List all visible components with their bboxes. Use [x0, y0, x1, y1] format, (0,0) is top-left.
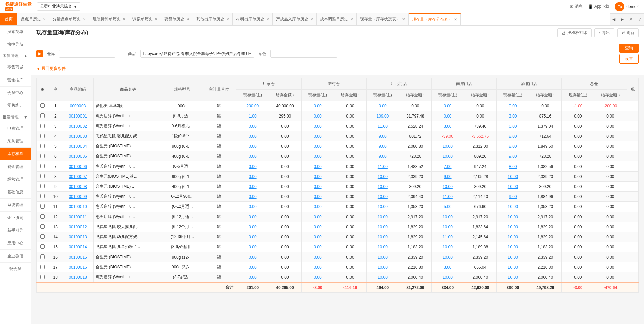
color-input[interactable]: [270, 50, 337, 58]
goods-input[interactable]: [140, 50, 254, 58]
row-unit: 罐: [202, 121, 236, 131]
row-checkbox-cell[interactable]: [37, 111, 49, 121]
row-checkbox-cell[interactable]: [37, 252, 49, 262]
app-label: App下载: [594, 4, 609, 9]
sidebar-item-retail-mall[interactable]: 零售商城: [0, 61, 31, 74]
row-checkbox-cell[interactable]: [37, 121, 49, 131]
row-f-stock: 0.00: [236, 262, 269, 272]
row-checkbox-cell[interactable]: [37, 272, 49, 283]
sidebar-item-nav[interactable]: 快捷导航: [0, 38, 31, 51]
tab-expand-btn[interactable]: ⤢: [636, 13, 644, 26]
row-checkbox-cell[interactable]: [37, 262, 49, 272]
tab-close-icon[interactable]: ✕: [83, 17, 86, 21]
tab-material-out[interactable]: 材料出库单历史 ✕: [233, 13, 273, 26]
row-yb-amount: 1,829.20: [529, 222, 562, 232]
tab-close-all-btn[interactable]: ✕: [626, 13, 636, 26]
settings-button[interactable]: 设置: [619, 54, 639, 64]
row-checkbox-cell[interactable]: [37, 212, 49, 222]
tab-close-icon[interactable]: ✕: [186, 17, 189, 21]
info-icon[interactable]: ℹ: [488, 93, 490, 97]
tab-close-icon[interactable]: ✕: [155, 17, 157, 21]
sidebar-item-search[interactable]: 搜索英单: [0, 26, 31, 38]
info-icon[interactable]: ℹ: [619, 93, 620, 97]
info-icon[interactable]: ℹ: [293, 93, 294, 97]
tab-close-icon[interactable]: ✕: [350, 17, 353, 21]
row-checkbox-cell[interactable]: [37, 101, 49, 111]
query-button[interactable]: 查询: [619, 44, 639, 53]
row-checkbox-cell[interactable]: [37, 131, 49, 141]
row-code: 00100014: [62, 242, 94, 252]
col-gear[interactable]: ⚙: [37, 78, 49, 101]
info-icon[interactable]: ℹ: [553, 93, 555, 97]
expand-more-btn[interactable]: ▼ 展开更多条件: [36, 66, 639, 72]
sidebar-item-marketing[interactable]: 营销推广: [0, 74, 31, 87]
tab-close-icon[interactable]: ✕: [266, 17, 269, 21]
sidebar-item-member2[interactable]: 畅会员: [0, 263, 31, 275]
sidebar-item-wholesale-mgmt[interactable]: 批发管理 ▼: [0, 112, 31, 122]
tab-inventory-single[interactable]: 盘点单历史 ✕: [17, 13, 49, 26]
tab-demand[interactable]: 要货单历史 ✕: [161, 13, 193, 26]
sidebar-item-member[interactable]: 会员中心: [0, 87, 31, 99]
tab-close-icon[interactable]: ✕: [123, 17, 125, 21]
tab-close-icon[interactable]: ✕: [310, 17, 313, 21]
warehouse-input[interactable]: [59, 50, 115, 58]
row-checkbox-cell[interactable]: [37, 172, 49, 182]
sidebar-item-retail-stats[interactable]: 零售统计: [0, 99, 31, 112]
export-button[interactable]: ↑ 导出: [594, 28, 614, 37]
tab-close-icon[interactable]: ✕: [402, 17, 405, 21]
tab-close-icon[interactable]: ✕: [43, 17, 46, 21]
sidebar-item-ecommerce[interactable]: 电商管理: [0, 122, 31, 135]
print-button[interactable]: 🖨 按模板打印: [557, 28, 592, 37]
sidebar-item-operations[interactable]: 经营管理: [0, 173, 31, 186]
sidebar-item-app-center[interactable]: 应用中心: [0, 237, 31, 250]
msg-btn[interactable]: ✉ 消息: [570, 4, 583, 9]
tab-close-icon[interactable]: ✕: [454, 18, 457, 21]
tab-next-btn[interactable]: ▶: [618, 13, 626, 26]
sidebar-item-basic[interactable]: 基础信息: [0, 186, 31, 199]
tab-home[interactable]: 首页: [0, 13, 17, 26]
info-icon[interactable]: ℹ: [358, 93, 360, 97]
sidebar-item-inventory[interactable]: 库存核算: [0, 148, 31, 160]
refresh-button[interactable]: ↺ 刷新: [617, 28, 639, 37]
tab-stock-dist[interactable]: 现存量（库存分布表） ✕: [409, 13, 461, 26]
row-code: 00100015: [62, 252, 94, 262]
row-checkbox-cell[interactable]: [37, 222, 49, 232]
app-download-btn[interactable]: 📱 App下载: [588, 4, 609, 9]
sidebar-item-new-guide[interactable]: 新手引导: [0, 224, 31, 237]
row-checkbox-cell[interactable]: [37, 232, 49, 242]
user-area[interactable]: Ea demo2: [615, 2, 639, 11]
tab-cost-adjust[interactable]: 成本调整单历史 ✕: [317, 13, 357, 26]
tab-close-icon[interactable]: ✕: [226, 17, 229, 21]
warehouse-ellipsis[interactable]: ···: [117, 51, 124, 56]
row-yb-stock: 0.00: [496, 101, 529, 111]
tab-prev-btn[interactable]: ◀: [610, 13, 618, 26]
row-checkbox-cell[interactable]: [37, 151, 49, 161]
row-checkbox-cell[interactable]: [37, 182, 49, 192]
color-label: 颜色: [258, 51, 268, 57]
sidebar-item-retail-mgmt[interactable]: 零售管理 ▲: [0, 51, 31, 61]
tab-transfer[interactable]: 调拨单历史 ✕: [129, 13, 161, 26]
expand-btn[interactable]: ▶: [36, 50, 43, 57]
row-na-amount: 0.00: [464, 111, 497, 121]
row-checkbox-cell[interactable]: [37, 242, 49, 252]
row-jb-stock: 10.00: [366, 172, 399, 182]
row-checkbox-cell[interactable]: [37, 192, 49, 202]
tab-group-disassembly[interactable]: 组装拆卸单历史 ✕: [89, 13, 129, 26]
row-yb-stock: 8.00: [496, 131, 529, 141]
row-checkbox-cell[interactable]: [37, 141, 49, 151]
tab-stock-status[interactable]: 现存量（库存状况表） ✕: [357, 13, 409, 26]
sidebar-item-corp-wechat[interactable]: 企业微信: [0, 250, 31, 263]
tab-other-out[interactable]: 其他出库单历史 ✕: [193, 13, 233, 26]
sidebar-item-system[interactable]: 系统管理: [0, 199, 31, 212]
sidebar-item-enterprise[interactable]: 企业协同: [0, 212, 31, 224]
sidebar-item-finance[interactable]: 资金管理: [0, 160, 31, 173]
row-name: 飞鹤星飞帆 婴儿配方奶...: [94, 131, 163, 141]
info-icon[interactable]: ℹ: [423, 93, 425, 97]
sidebar-item-purchase[interactable]: 采购管理: [0, 135, 31, 148]
tab-label: 盘点单历史: [21, 16, 41, 22]
tab-product-in[interactable]: 产成品入库单历史 ✕: [273, 13, 317, 26]
tab-subcount[interactable]: 分量盘点单历史 ✕: [49, 13, 89, 26]
row-checkbox-cell[interactable]: [37, 202, 49, 212]
industry-selector[interactable]: 母婴行业演示陈套 ▼: [37, 2, 80, 11]
row-checkbox-cell[interactable]: [37, 161, 49, 172]
